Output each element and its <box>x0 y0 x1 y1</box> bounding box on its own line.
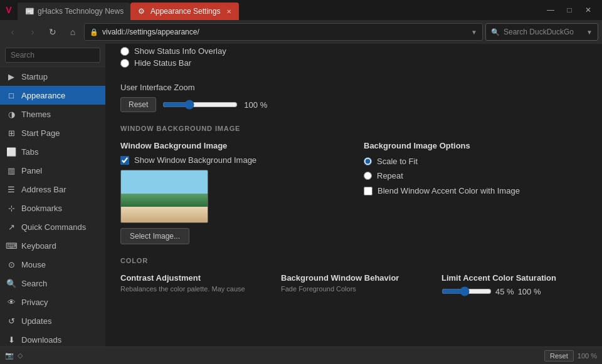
partial-top-section: Show Status Info Overlay Hide Status Bar <box>105 44 602 73</box>
sidebar-item-updates[interactable]: ↺ Updates <box>0 311 105 330</box>
bookmarks-icon: ⊹ <box>6 203 16 213</box>
show-status-overlay-label: Show Status Info Overlay <box>134 46 226 56</box>
forward-button[interactable]: › <box>24 23 41 41</box>
limit-saturation-slider[interactable] <box>441 286 492 296</box>
sidebar-item-mouse[interactable]: ⊙ Mouse <box>0 255 105 274</box>
bg-window-col: Background Window Behavior Fade Foregrou… <box>281 273 426 296</box>
reload-button[interactable]: ↻ <box>44 23 61 41</box>
color-grid: Contrast Adjustment Rebalances the color… <box>120 273 587 296</box>
hide-status-bar-radio[interactable] <box>120 59 129 68</box>
search-placeholder-text: Search DuckDuckGo <box>504 28 583 36</box>
tab-active[interactable]: ⚙ Appearance Settings ✕ <box>130 3 239 20</box>
bg-options-title: Background Image Options <box>364 141 587 150</box>
sidebar-item-appearance[interactable]: □ Appearance <box>0 86 105 105</box>
themes-icon: ◑ <box>6 109 16 119</box>
privacy-icon: 👁 <box>6 297 16 307</box>
limit-saturation-title: Limit Accent Color Saturation <box>441 273 587 283</box>
sidebar-item-quick-commands[interactable]: ↗ Quick Commands <box>0 217 105 236</box>
blend-checkbox[interactable] <box>364 187 372 195</box>
sidebar-nav: ▶ Startup □ Appearance ◑ Themes ⊞ Start … <box>0 67 105 346</box>
sidebar-item-label-appearance: Appearance <box>21 91 65 100</box>
sidebar-item-startup[interactable]: ▶ Startup <box>0 67 105 86</box>
scale-to-fit-radio[interactable] <box>364 157 372 165</box>
zoom-row: Reset 100 % <box>120 97 587 112</box>
sidebar-item-label-themes: Themes <box>21 110 51 119</box>
tab-label-active: Appearance Settings <box>150 7 220 16</box>
address-dropdown-icon[interactable]: ▼ <box>471 29 477 36</box>
zoom-slider[interactable] <box>162 100 238 110</box>
scale-to-fit-option[interactable]: Scale to Fit <box>364 157 587 166</box>
sidebar-item-label-keyboard: Keyboard <box>21 241 56 251</box>
tab-favicon-active: ⚙ <box>138 7 147 16</box>
window-bg-heading: WINDOW BACKGROUND IMAGE <box>120 125 587 132</box>
close-button[interactable]: ✕ <box>579 1 597 19</box>
sidebar-item-label-startup: Startup <box>21 72 48 81</box>
repeat-radio[interactable] <box>364 172 372 180</box>
updates-icon: ↺ <box>6 316 16 326</box>
blend-label: Blend Window Accent Color with Image <box>378 185 520 197</box>
sidebar-item-bookmarks[interactable]: ⊹ Bookmarks <box>0 199 105 217</box>
window-bg-right: Background Image Options Scale to Fit Re… <box>364 141 587 244</box>
zoom-value-text: 100 % <box>244 100 267 110</box>
maximize-button[interactable]: □ <box>561 1 578 19</box>
show-bg-image-checkbox-row[interactable]: Show Window Background Image <box>120 155 344 165</box>
sidebar-search-area <box>0 44 105 67</box>
browser-logo-icon: V <box>3 4 15 16</box>
tab-favicon-inactive: 📰 <box>25 7 34 16</box>
tab-close-active[interactable]: ✕ <box>226 8 231 15</box>
search-bar[interactable]: 🔍 Search DuckDuckGo ▼ <box>485 23 598 41</box>
bg-window-sub: Fade Foreground Colors <box>281 285 426 293</box>
window-controls: — □ ✕ <box>539 1 599 19</box>
sidebar-item-address-bar[interactable]: ☰ Address Bar <box>0 180 105 199</box>
back-button[interactable]: ‹ <box>4 23 21 41</box>
tab-bar: 📰 gHacks Technology News ✕ ⚙ Appearance … <box>18 0 539 20</box>
sidebar-item-label-tabs: Tabs <box>21 147 38 157</box>
zoom-label: User Interface Zoom <box>120 83 587 92</box>
tab-close-inactive[interactable]: ✕ <box>130 8 130 15</box>
sidebar-item-keyboard[interactable]: ⌨ Keyboard <box>0 236 105 255</box>
sidebar-item-label-privacy: Privacy <box>21 298 48 307</box>
limit-saturation-col: Limit Accent Color Saturation 45 % 100 % <box>441 273 587 296</box>
show-bg-image-checkbox[interactable] <box>120 156 129 165</box>
blend-checkbox-row: Blend Window Accent Color with Image <box>364 185 587 197</box>
contrast-sub: Rebalances the color palette. May cause <box>120 285 266 293</box>
show-status-overlay-radio[interactable] <box>120 47 129 56</box>
address-bar-input[interactable]: 🔒 vivaldi://settings/appearance/ ▼ <box>84 23 483 41</box>
sidebar-item-privacy[interactable]: 👁 Privacy <box>0 293 105 311</box>
sidebar-search-input[interactable] <box>5 48 100 63</box>
quick-commands-icon: ↗ <box>6 222 16 232</box>
search-dropdown-icon[interactable]: ▼ <box>586 29 593 36</box>
sidebar-item-label-quick-commands: Quick Commands <box>21 222 86 232</box>
status-reset-button[interactable]: Reset <box>544 350 574 361</box>
show-status-overlay-row: Show Status Info Overlay <box>120 46 587 56</box>
zoom-reset-button[interactable]: Reset <box>120 97 156 112</box>
tab-inactive[interactable]: 📰 gHacks Technology News ✕ <box>18 3 130 20</box>
minimize-button[interactable]: — <box>542 1 559 19</box>
keyboard-icon: ⌨ <box>6 241 16 251</box>
repeat-label: Repeat <box>377 171 403 180</box>
sidebar-item-search[interactable]: 🔍 Search <box>0 274 105 293</box>
search-bar-icon: 🔍 <box>491 28 500 36</box>
repeat-option[interactable]: Repeat <box>364 171 587 180</box>
nav-bar: ‹ › ↻ ⌂ 🔒 vivaldi://settings/appearance/… <box>0 20 602 44</box>
home-button[interactable]: ⌂ <box>64 23 82 41</box>
start-page-icon: ⊞ <box>6 128 16 138</box>
bg-image-preview-inner <box>121 170 208 222</box>
sidebar-item-tabs[interactable]: ⬜ Tabs <box>0 142 105 161</box>
sidebar-item-downloads[interactable]: ⬇ Downloads <box>0 330 105 346</box>
downloads-icon: ⬇ <box>6 335 16 345</box>
main-layout: ▶ Startup □ Appearance ◑ Themes ⊞ Start … <box>0 44 602 346</box>
sidebar-item-panel[interactable]: ▥ Panel <box>0 161 105 180</box>
sidebar-item-themes[interactable]: ◑ Themes <box>0 105 105 123</box>
show-bg-image-label: Show Window Background Image <box>134 155 256 165</box>
hide-status-bar-label: Hide Status Bar <box>134 58 191 68</box>
status-camera-item: 📷 <box>5 351 14 360</box>
bg-image-preview <box>120 170 208 223</box>
content-area: Show Status Info Overlay Hide Status Bar… <box>105 44 602 346</box>
camera-icon: 📷 <box>5 351 14 360</box>
contrast-col: Contrast Adjustment Rebalances the color… <box>120 273 266 296</box>
title-bar: V 📰 gHacks Technology News ✕ ⚙ Appearanc… <box>0 0 602 20</box>
sidebar-item-start-page[interactable]: ⊞ Start Page <box>0 123 105 142</box>
select-image-button[interactable]: Select Image... <box>120 228 189 244</box>
code-icon: ◇ <box>18 351 23 360</box>
